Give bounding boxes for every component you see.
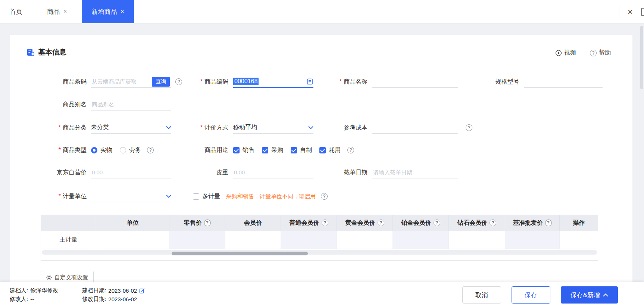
help-label: 帮助 <box>599 49 611 57</box>
checkbox-label[interactable]: 耗用 <box>329 146 341 154</box>
help-icon[interactable] <box>466 124 472 131</box>
tab-label: 新增商品 <box>91 7 117 16</box>
unit-field <box>91 190 171 203</box>
name-label: 商品名称 <box>308 75 368 88</box>
jd-price-input[interactable] <box>91 167 171 178</box>
section-title: 基本信息 <box>38 47 66 57</box>
video-label: 视频 <box>564 49 576 57</box>
code-field[interactable]: 0000168 <box>233 75 313 88</box>
tab-new-product[interactable]: 新增商品 × <box>82 0 134 23</box>
spec-field <box>524 75 603 88</box>
cell-retail-price[interactable] <box>169 231 225 249</box>
hscrollbar-track[interactable] <box>42 250 597 255</box>
help-icon[interactable] <box>204 220 211 226</box>
cell-unit[interactable] <box>96 231 169 249</box>
edit-icon[interactable] <box>139 288 145 294</box>
ref-cost-input[interactable] <box>372 122 458 134</box>
price-table-header: 单位 零售价 会员价 普通会员价 黄金会员价 铂金会员价 钻石会员价 基准批发价… <box>41 215 598 231</box>
category-field: 未分类 <box>91 121 171 134</box>
multi-unit-warning: 采购和销售，计量单位不同，请启用 <box>226 193 316 200</box>
form-row-3: 商品分类 未分类 计价方式 移动平均 <box>10 121 632 134</box>
footer-bar: 建档人: 徐泽华修改 修改人: -- 建档日期: 2023-06-02 <box>0 282 644 308</box>
checkbox-checked[interactable] <box>262 147 268 153</box>
help-icon[interactable] <box>321 193 328 200</box>
name-input[interactable] <box>372 76 458 88</box>
category-select[interactable]: 未分类 <box>91 122 171 134</box>
divider <box>619 6 619 18</box>
checkbox-checked[interactable] <box>291 147 297 153</box>
help-link[interactable]: 帮助 <box>590 49 611 57</box>
radio-label[interactable]: 劳务 <box>129 146 141 154</box>
save-button[interactable]: 保存 <box>512 286 550 304</box>
help-icon[interactable] <box>378 220 384 226</box>
created-value: 2023-06-02 <box>108 287 137 294</box>
checkbox-label[interactable]: 采购 <box>271 146 283 154</box>
video-link[interactable]: 视频 <box>555 49 576 57</box>
multi-unit-label[interactable]: 多计量 <box>202 193 220 200</box>
usage-check-group: 销售 采购 自制 耗用 <box>233 143 354 157</box>
help-icon[interactable] <box>322 220 328 226</box>
radio-selected[interactable] <box>91 147 97 153</box>
custom-settings-label: 自定义项设置 <box>54 274 88 281</box>
price-table: 单位 零售价 会员价 普通会员价 黄金会员价 铂金会员价 钻石会员价 基准批发价… <box>41 215 598 261</box>
modified-label: 修改日期: <box>82 296 106 303</box>
pricing-label: 计价方式 <box>166 121 228 134</box>
type-radio-group: 实物 劳务 <box>91 143 154 157</box>
code-value[interactable]: 0000168 <box>233 78 259 85</box>
modifier-value: -- <box>30 296 34 302</box>
tab-close-icon[interactable]: × <box>121 9 124 15</box>
cell-operation[interactable] <box>560 231 598 249</box>
cancel-button[interactable]: 取消 <box>462 286 501 304</box>
form-row-4: 商品类型 实物 劳务 商品用途 销售 采购 自制 耗用 <box>10 143 632 157</box>
cell-diamond-member-price[interactable] <box>449 231 505 249</box>
divider <box>583 50 583 56</box>
window-restore-icon[interactable] <box>641 8 644 16</box>
pricing-select[interactable]: 移动平均 <box>233 122 313 134</box>
tare-input[interactable] <box>233 167 313 178</box>
type-label: 商品类型 <box>10 143 87 157</box>
unit-select[interactable] <box>91 190 171 202</box>
cutoff-date-input[interactable] <box>372 167 458 178</box>
checkbox-unchecked[interactable] <box>193 193 199 200</box>
radio-unselected[interactable] <box>120 147 126 153</box>
checkbox-label[interactable]: 自制 <box>300 146 312 154</box>
cell-member-price[interactable] <box>225 231 281 249</box>
checkbox-label[interactable]: 销售 <box>243 146 254 154</box>
checkbox-checked[interactable] <box>319 147 326 153</box>
record-meta: 建档人: 徐泽华修改 修改人: -- 建档日期: 2023-06-02 <box>10 287 145 303</box>
vscrollbar-track[interactable] <box>640 26 643 278</box>
usage-label: 商品用途 <box>166 143 228 157</box>
section-header: 基本信息 <box>26 47 66 57</box>
tab-close-icon[interactable]: × <box>63 9 67 15</box>
help-icon[interactable] <box>347 147 354 153</box>
code-label: 商品编码 <box>166 75 228 88</box>
help-icon[interactable] <box>434 220 440 226</box>
vscrollbar-thumb[interactable] <box>640 26 643 89</box>
save-and-new-button[interactable]: 保存&新增 <box>561 286 618 304</box>
tabbar-controls: × <box>619 0 644 24</box>
main-content: 基本信息 视频 帮助 商品条码 <box>0 24 644 308</box>
radio-label[interactable]: 实物 <box>100 146 112 154</box>
checkbox-checked[interactable] <box>233 147 240 153</box>
help-icon[interactable] <box>545 220 552 226</box>
cell-base-wholesale-price[interactable] <box>505 231 560 249</box>
tab-home[interactable]: 首页 <box>0 0 32 23</box>
alias-input[interactable] <box>91 99 171 111</box>
name-field <box>372 75 458 88</box>
form-row-6: 计量单位 多计量 采购和销售，计量单位不同，请启用 <box>10 190 632 203</box>
table-row: 主计量 <box>41 231 598 249</box>
barcode-field: 查询 <box>91 75 171 88</box>
hscrollbar-thumb[interactable] <box>172 252 308 255</box>
creator-value: 徐泽华修改 <box>30 287 58 294</box>
cell-regular-member-price[interactable] <box>281 231 337 249</box>
header-links: 视频 帮助 <box>555 49 611 57</box>
modified-value: 2023-06-02 <box>108 296 137 302</box>
help-icon[interactable] <box>490 220 496 226</box>
help-icon[interactable] <box>147 147 154 153</box>
close-icon[interactable]: × <box>628 7 633 16</box>
tab-product[interactable]: 商品 × <box>37 0 76 23</box>
spec-input[interactable] <box>524 76 603 88</box>
chevron-up-icon <box>603 293 608 297</box>
cell-gold-member-price[interactable] <box>337 231 393 249</box>
cell-platinum-member-price[interactable] <box>393 231 449 249</box>
